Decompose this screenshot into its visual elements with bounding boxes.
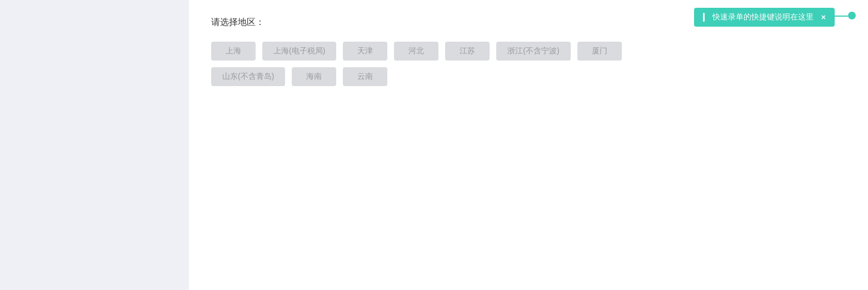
region-btn-zhejiang[interactable]: 浙江(不含宁波)	[496, 42, 570, 61]
main-content: 请选择地区： 上海上海(电子税局)天津河北江苏浙江(不含宁波)厦门 山东(不含青…	[189, 0, 868, 290]
left-sidebar	[0, 0, 189, 290]
region-btn-jiangsu[interactable]: 江苏	[445, 42, 490, 61]
tooltip-text: 快速录单的快捷键说明在这里	[712, 12, 814, 22]
tooltip-banner: 快速录单的快捷键说明在这里 ×	[694, 8, 835, 27]
tooltip-connector-line	[834, 16, 848, 17]
region-btn-xiamen[interactable]: 厦门	[577, 42, 622, 61]
region-btn-tianjin[interactable]: 天津	[343, 42, 387, 61]
region-btn-shanghai[interactable]: 上海	[211, 42, 256, 61]
region-btn-hebei[interactable]: 河北	[394, 42, 438, 61]
tooltip-dot	[848, 12, 856, 19]
region-btn-shandong[interactable]: 山东(不含青岛)	[211, 67, 285, 86]
region-btn-yunnan[interactable]: 云南	[343, 67, 387, 86]
region-row-1: 上海上海(电子税局)天津河北江苏浙江(不含宁波)厦门	[211, 42, 846, 61]
tooltip-close-button[interactable]: ×	[821, 13, 826, 22]
tooltip-bar	[703, 13, 705, 22]
region-btn-shanghai-etax[interactable]: 上海(电子税局)	[262, 42, 336, 61]
region-row-2: 山东(不含青岛)海南云南	[211, 67, 846, 86]
region-btn-hainan[interactable]: 海南	[292, 67, 336, 86]
